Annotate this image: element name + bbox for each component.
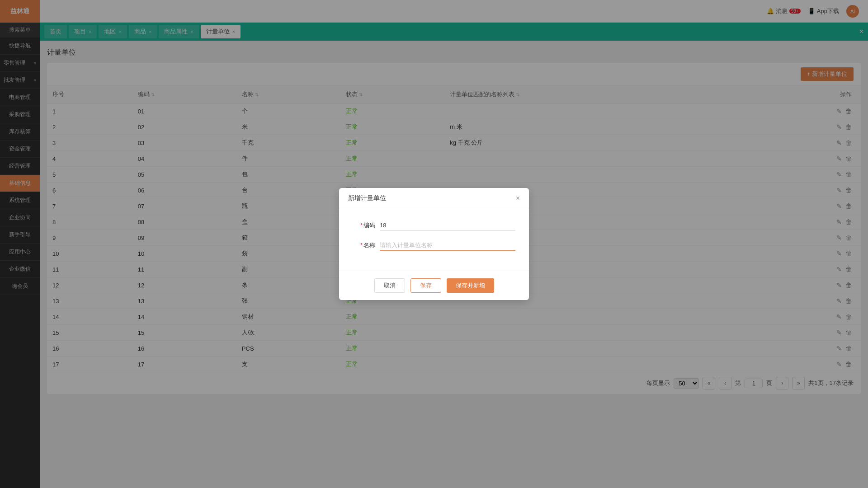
code-input[interactable] (380, 220, 515, 231)
modal-body: *编码 *名称 (339, 209, 529, 271)
name-input[interactable] (380, 240, 515, 251)
save-button[interactable]: 保存 (410, 278, 441, 293)
form-row-name: *名称 (353, 240, 515, 251)
save-and-new-button[interactable]: 保存并新增 (447, 278, 494, 293)
modal-title: 新增计量单位 (348, 194, 386, 202)
modal-header: 新增计量单位 × (339, 188, 529, 209)
code-label: *编码 (353, 221, 375, 230)
modal-overlay: 新增计量单位 × *编码 *名称 取消 保存 保存并新增 (0, 0, 868, 488)
modal-footer: 取消 保存 保存并新增 (339, 271, 529, 300)
add-unit-modal: 新增计量单位 × *编码 *名称 取消 保存 保存并新增 (339, 188, 529, 300)
form-row-code: *编码 (353, 220, 515, 231)
cancel-button[interactable]: 取消 (374, 278, 405, 293)
modal-close-button[interactable]: × (516, 194, 520, 202)
name-label: *名称 (353, 241, 375, 249)
